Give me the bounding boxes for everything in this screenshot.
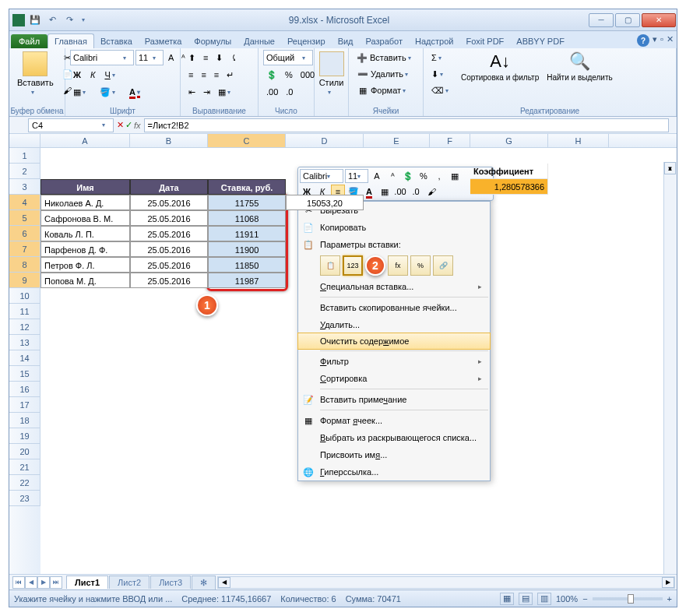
row-header-4[interactable]: 4 <box>9 195 40 210</box>
fill-color-button[interactable]: 🪣▾ <box>97 84 123 100</box>
ctx-insert-copied[interactable]: Вставить скопированные ячейки... <box>298 299 490 316</box>
row-header-7[interactable]: 7 <box>9 241 40 257</box>
number-format-combo[interactable]: Общий▾ <box>263 50 313 65</box>
sheet-prev-icon[interactable]: ◀ <box>25 576 37 589</box>
mini-fontcolor-icon[interactable]: A <box>362 185 376 199</box>
mini-shrink-icon[interactable]: ᴬ <box>385 169 399 183</box>
cell[interactable]: Попова М. Д. <box>40 273 130 288</box>
save-icon[interactable]: 💾 <box>28 13 42 27</box>
indent-inc-icon[interactable]: ⇥ <box>200 84 213 100</box>
tab-review[interactable]: Рецензир <box>281 34 332 48</box>
sheet-tab-2[interactable]: Лист2 <box>109 576 150 589</box>
find-select-button[interactable]: 🔍 Найти и выделить <box>544 50 615 83</box>
paste-formulas-icon[interactable]: fx <box>388 255 408 276</box>
ctx-clear-contents[interactable]: Очистить содержимое <box>297 333 491 350</box>
tab-developer[interactable]: Разработ <box>360 34 409 48</box>
mini-inc-dec-icon[interactable]: .00 <box>393 185 407 199</box>
ctx-dropdown-list[interactable]: Выбрать из раскрывающегося списка... <box>298 429 490 446</box>
align-bot-icon[interactable]: ⬇ <box>213 50 226 65</box>
cell[interactable]: Коэффициент <box>470 164 548 179</box>
cell[interactable]: 25.05.2016 <box>130 257 208 273</box>
insert-cells-button[interactable]: ➕Вставить▾ <box>354 50 418 65</box>
cell[interactable]: 25.05.2016 <box>130 210 208 226</box>
currency-icon[interactable]: 💲 <box>263 67 280 83</box>
styles-button[interactable]: Стили▾ <box>319 50 343 97</box>
row-header-14[interactable]: 14 <box>9 350 40 366</box>
clear-icon[interactable]: ⌫▾ <box>428 83 456 98</box>
cell[interactable]: 25.05.2016 <box>130 195 208 210</box>
cell[interactable]: Николаев А. Д. <box>40 195 130 210</box>
cell[interactable]: 11911 <box>208 226 286 241</box>
indent-dec-icon[interactable]: ⇤ <box>185 84 199 100</box>
cell[interactable]: Ставка, руб. <box>208 179 286 195</box>
cell[interactable]: 11987 <box>208 273 286 288</box>
ctx-format-cells[interactable]: ▦Формат ячеек... <box>298 412 490 429</box>
cell[interactable]: 1,280578366 <box>470 179 548 195</box>
mini-font-combo[interactable]: Calibri▾ <box>300 169 343 183</box>
view-normal-icon[interactable]: ▦ <box>500 593 514 605</box>
qat-dropdown-icon[interactable]: ▾ <box>79 13 87 27</box>
select-all-corner[interactable] <box>9 134 40 147</box>
row-header-21[interactable]: 21 <box>9 459 40 475</box>
cell[interactable]: 25.05.2016 <box>130 241 208 257</box>
align-top-icon[interactable]: ⬆ <box>185 50 199 65</box>
cell[interactable]: Петров Ф. Л. <box>40 257 130 273</box>
cell[interactable]: Сафронова В. М. <box>40 210 130 226</box>
ctx-insert-note[interactable]: 📝Вставить примечание <box>298 391 490 408</box>
ctx-define-name[interactable]: Присвоить имя... <box>298 446 490 463</box>
paste-values-icon[interactable]: 123 <box>343 255 363 276</box>
row-header-8[interactable]: 8 <box>9 257 40 273</box>
col-header-E[interactable]: E <box>364 134 430 147</box>
tab-home[interactable]: Главная <box>47 33 94 48</box>
row-header-18[interactable]: 18 <box>9 413 40 428</box>
mini-painter-icon[interactable]: 🖌 <box>424 185 438 199</box>
sheet-first-icon[interactable]: ⏮ <box>12 576 25 589</box>
zoom-out-icon[interactable]: − <box>582 594 587 604</box>
align-right-icon[interactable]: ≡ <box>211 67 222 83</box>
cell[interactable]: Имя <box>40 179 130 195</box>
row-header-1[interactable]: 1 <box>9 148 40 164</box>
col-header-C[interactable]: C <box>208 134 286 147</box>
cell[interactable]: 11900 <box>208 241 286 257</box>
wrap-text-icon[interactable]: ↵ <box>223 67 237 83</box>
col-header-G[interactable]: G <box>470 134 548 147</box>
close-button[interactable]: ✕ <box>642 13 676 27</box>
mini-comma-icon[interactable]: , <box>432 169 446 183</box>
inc-decimal-icon[interactable]: .00 <box>263 84 281 100</box>
cell[interactable]: 25.05.2016 <box>130 226 208 241</box>
col-header-D[interactable]: D <box>286 134 364 147</box>
underline-button[interactable]: Ч▾ <box>101 67 122 83</box>
maximize-button[interactable]: ▢ <box>615 13 640 27</box>
tab-insert[interactable]: Вставка <box>94 34 139 48</box>
help-icon[interactable]: ? <box>637 34 649 47</box>
row-header-19[interactable]: 19 <box>9 428 40 444</box>
orientation-icon[interactable]: ⤹ <box>227 50 241 65</box>
mini-grow-icon[interactable]: A <box>370 169 384 183</box>
sheet-tab-3[interactable]: Лист3 <box>150 576 191 589</box>
zoom-level[interactable]: 100% <box>556 594 578 604</box>
paste-link-icon[interactable]: 🔗 <box>433 255 453 276</box>
cell[interactable]: Коваль Л. П. <box>40 226 130 241</box>
font-name-combo[interactable]: Calibri▾ <box>70 50 134 65</box>
row-header-5[interactable]: 5 <box>9 210 40 226</box>
row-header-17[interactable]: 17 <box>9 397 40 413</box>
tab-addins[interactable]: Надстрой <box>409 34 459 48</box>
row-header-11[interactable]: 11 <box>9 304 40 319</box>
col-header-H[interactable]: H <box>548 134 609 147</box>
tab-formulas[interactable]: Формулы <box>188 34 237 48</box>
cancel-formula-icon[interactable]: ✕ <box>117 120 124 130</box>
mini-format-icon[interactable]: ▦ <box>448 169 462 183</box>
paste-transpose-icon[interactable]: % <box>410 255 431 276</box>
vertical-scrollbar[interactable]: ▲ ▼ <box>663 162 677 574</box>
minimize-button[interactable]: ─ <box>589 13 614 27</box>
ctx-filter[interactable]: Фильтр▸ <box>298 353 490 370</box>
cell[interactable]: 15053,20 <box>286 195 364 210</box>
ctx-delete[interactable]: Удалить... <box>298 316 490 333</box>
tab-view[interactable]: Вид <box>332 34 360 48</box>
row-header-22[interactable]: 22 <box>9 475 40 491</box>
fx-icon[interactable]: fx <box>134 121 141 130</box>
paste-button[interactable]: Вставить ▾ <box>14 50 57 97</box>
scroll-down-icon[interactable]: ▼ <box>664 162 676 174</box>
format-cells-button[interactable]: ▦Формат▾ <box>354 83 418 98</box>
zoom-slider[interactable] <box>593 597 663 600</box>
